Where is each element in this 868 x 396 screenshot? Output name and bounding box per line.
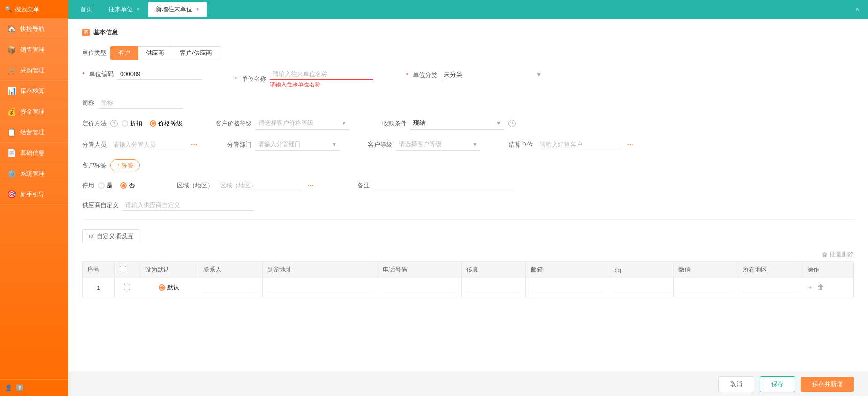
row-wechat[interactable] [674,278,738,297]
short-name-row: 简称 [82,97,854,109]
sidebar-item-guide[interactable]: 🎯 新手引导 [0,184,68,205]
unit-name-error-msg: 请输入往来单位名称 [270,81,373,89]
supplier-custom-field: 供应商自定义 [82,200,254,211]
th-fax: 传真 [462,262,526,278]
row-region-input[interactable] [743,282,797,293]
dept-placeholder: 请输入分管部门 [258,140,301,148]
dept-label: 分管部门 [227,140,251,149]
row-email-input[interactable] [531,282,604,293]
row-action: ＋ 🗑 [802,278,854,297]
cancel-button[interactable]: 取消 [718,376,754,392]
payment-terms-select[interactable]: 现结 ▼ [411,117,504,130]
sidebar-item-finance[interactable]: 💰 资金管理 [0,101,68,122]
region-more-btn[interactable]: ··· [305,181,315,190]
row-qq-input[interactable] [614,282,669,293]
unit-btn-both[interactable]: 客户/供应商 [172,46,220,60]
unit-btn-customer[interactable]: 客户 [110,46,138,60]
tab-home[interactable]: 首页 [73,2,100,17]
sidebar-item-purchase[interactable]: 🛒 采购管理 [0,60,68,81]
settlement-more-btn[interactable]: ··· [625,140,635,149]
settlement-field: 结算单位 ··· [509,139,635,150]
unit-code-required: * [82,71,84,78]
unit-code-input[interactable] [117,69,202,80]
payment-help-icon[interactable]: ? [508,120,516,127]
row-no: 1 [83,278,115,297]
row-wechat-input[interactable] [678,282,733,293]
radio-price-level[interactable]: 价格等级 [150,119,183,128]
tab-new-partner-close[interactable]: × [196,7,199,12]
unit-category-label: 单位分类 [413,71,437,79]
unit-category-value: 未分类 [444,70,462,79]
remark-field: 备注 [358,180,514,191]
batch-delete-label[interactable]: 批量删除 [830,250,854,259]
radio-disabled-no-circle [120,182,127,189]
sidebar-item-inventory[interactable]: 📊 库存核算 [0,81,68,101]
row-phone-input[interactable] [383,282,457,293]
row-contact-input[interactable] [203,282,258,293]
row-address-input[interactable] [267,282,373,293]
sidebar-item-label: 库存核算 [20,87,45,95]
table-select-all[interactable] [120,266,126,272]
disabled-row: 停用 是 否 区域（地区） ··· [82,180,854,191]
row-email[interactable] [526,278,609,297]
tab-new-partner[interactable]: 新增往来单位 × [148,2,207,17]
add-tag-button[interactable]: + 标签 [110,159,140,171]
unit-name-input[interactable] [270,69,373,80]
table-row: 1 默认 [83,278,854,297]
save-and-new-button[interactable]: 保存并新增 [801,377,854,392]
unit-category-select[interactable]: 未分类 ▼ [441,69,544,81]
row-add-icon[interactable]: ＋ [807,283,814,292]
sidebar-item-quick-nav[interactable]: 🏠 快捷导航 [0,19,68,39]
sidebar-item-basic-info[interactable]: 📄 基础信息 [0,143,68,163]
sidebar-bottom: 👤 ⬆️ [0,379,68,396]
th-wechat: 微信 [674,262,738,278]
pricing-help-icon[interactable]: ? [110,120,118,127]
settlement-input[interactable] [537,139,621,150]
th-email: 邮箱 [526,262,609,278]
radio-disabled-no[interactable]: 否 [120,181,135,190]
main-content: 首页 往来单位 × 新增往来单位 × × 基 基本信息 单位类型 客户 供应商 … [68,0,868,396]
row-contact[interactable] [198,278,262,297]
row-delete-icon[interactable]: 🗑 [817,283,824,292]
row-qq[interactable] [609,278,674,297]
radio-price-level-dot [152,122,155,125]
region-input[interactable] [217,180,302,191]
manager-input[interactable] [110,139,185,150]
sidebar-search[interactable]: 🔍 搜索菜单 [0,0,68,19]
remark-input[interactable] [373,180,514,191]
sidebar-search-label: 搜索菜单 [15,5,39,14]
customer-level-placeholder: 请选择客户等级 [399,140,442,148]
tab-partner[interactable]: 往来单位 × [101,2,147,17]
row-region[interactable] [738,278,802,297]
sidebar-item-operations[interactable]: 📋 经营管理 [0,122,68,143]
sidebar-item-system[interactable]: ⚙️ 系统管理 [0,163,68,184]
row-fax[interactable] [462,278,526,297]
unit-btn-supplier[interactable]: 供应商 [138,46,172,60]
unit-type-group: 客户 供应商 客户/供应商 [110,46,220,60]
customer-price-label: 客户价格等级 [215,119,252,128]
manager-more-btn[interactable]: ··· [189,140,199,149]
window-close-button[interactable]: × [852,3,863,16]
row-fax-input[interactable] [466,282,521,293]
disabled-field: 停用 是 否 [82,181,135,190]
radio-discount-label: 折扣 [130,119,142,128]
row-select-checkbox[interactable] [124,284,130,290]
row-phone[interactable] [378,278,462,297]
pricing-method-field: 定价方法 ? 折扣 价格等级 [82,119,183,128]
radio-disabled-yes[interactable]: 是 [98,181,113,190]
short-name-input[interactable] [98,97,183,109]
radio-discount[interactable]: 折扣 [122,119,142,128]
home-icon: 🏠 [7,24,16,33]
supplier-custom-input[interactable] [122,200,254,211]
dept-select[interactable]: 请输入分管部门 ▼ [255,138,340,151]
row-address[interactable] [262,278,378,297]
row-action-icons: ＋ 🗑 [807,283,849,292]
custom-settings-button[interactable]: ⚙ 自定义项设置 [82,229,139,243]
row-default-radio[interactable]: 默认 [145,283,193,292]
tab-partner-close[interactable]: × [137,7,140,12]
sidebar-item-sales[interactable]: 📦 销售管理 [0,39,68,60]
save-button[interactable]: 保存 [760,376,795,392]
customer-price-select[interactable]: 请选择客户价格等级 ▼ [256,117,350,130]
customer-level-select[interactable]: 请选择客户等级 ▼ [396,138,480,151]
remark-label: 备注 [358,181,370,190]
